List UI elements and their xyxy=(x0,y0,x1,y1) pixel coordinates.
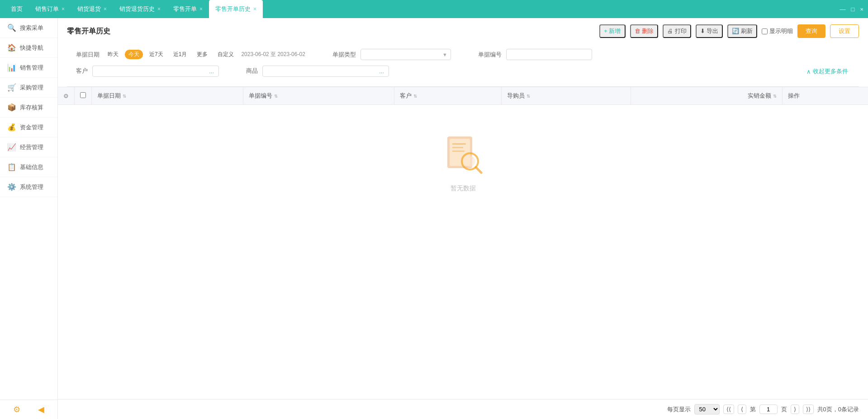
main-layout: 🔍 搜索采单 🏠 快捷导航 📊 销售管理 🛒 采购管理 📦 库存核算 💰 资金管… xyxy=(0,18,868,419)
export-button[interactable]: ⬇ 导出 xyxy=(696,24,723,38)
minimize-btn[interactable]: — xyxy=(840,6,846,13)
th-number[interactable]: 单据编号 ⇅ xyxy=(243,87,394,105)
goods-input-box[interactable]: ... xyxy=(262,66,389,77)
chevron-up-icon: ∧ xyxy=(806,68,811,75)
table-container: ⚙ 单据日期 ⇅ xyxy=(58,87,868,419)
sidebar-item-system[interactable]: ⚙️ 系统管理 xyxy=(0,177,57,197)
delete-button[interactable]: 🗑 删除 xyxy=(630,24,659,38)
date-opt-custom[interactable]: 自定义 xyxy=(214,50,237,59)
customer-ellipsis[interactable]: ... xyxy=(209,68,214,75)
number-input[interactable] xyxy=(506,49,592,60)
th-amount[interactable]: 实销金额 ⇅ xyxy=(631,87,782,105)
sales-icon: 📊 xyxy=(7,63,16,72)
tab-return-history[interactable]: 销货退货历史 × xyxy=(113,0,167,18)
collapse-icon[interactable]: ◀ xyxy=(38,405,44,414)
th-customer[interactable]: 客户 ⇅ xyxy=(394,87,502,105)
sidebar-item-basics[interactable]: 📋 基础信息 xyxy=(0,157,57,177)
number-label: 单据编号 xyxy=(478,51,502,59)
pagination-bar: 每页显示 50 10 20 100 ⟨⟨ ⟨ 第 1 页 ⟩ ⟩⟩ 共0页，0条… xyxy=(58,399,868,419)
first-page-btn[interactable]: ⟨⟨ xyxy=(723,405,734,414)
sidebar-item-purchase[interactable]: 🛒 采购管理 xyxy=(0,78,57,98)
sidebar: 🔍 搜索采单 🏠 快捷导航 📊 销售管理 🛒 采购管理 📦 库存核算 💰 资金管… xyxy=(0,18,58,419)
sidebar-item-nav[interactable]: 🏠 快捷导航 xyxy=(0,38,57,58)
operations-icon: 📈 xyxy=(7,143,16,151)
th-date[interactable]: 单据日期 ⇅ xyxy=(92,87,243,105)
tab-retail-open[interactable]: 零售开单 × xyxy=(167,0,209,18)
tab-close-sales-order[interactable]: × xyxy=(62,6,65,12)
sidebar-bottom: ⚙ ◀ xyxy=(0,400,57,419)
tab-close-return[interactable]: × xyxy=(104,6,107,12)
more-conditions-btn[interactable]: ∧ 收起更多条件 xyxy=(805,66,850,77)
date-filter-group: 单据日期 昨天 今天 近7天 近1月 更多 自定义 2023-06-02 至 2… xyxy=(76,50,305,59)
empty-illustration xyxy=(441,132,486,177)
date-opt-7days[interactable]: 近7天 xyxy=(146,50,167,59)
settings-bottom-icon[interactable]: ⚙ xyxy=(13,405,20,414)
date-opt-today[interactable]: 今天 xyxy=(125,50,143,59)
column-settings-icon[interactable]: ⚙ xyxy=(63,93,69,99)
sidebar-item-operations[interactable]: 📈 经营管理 xyxy=(0,137,57,157)
toolbar-btns: + 新增 🗑 删除 🖨 打印 ⬇ 导出 🔄 刷新 显示明细 查询 设置 xyxy=(599,24,859,38)
empty-state: 暂无数据 xyxy=(58,105,868,220)
tab-close-retail-history[interactable]: × xyxy=(253,6,256,12)
customer-filter-group: 客户 ... xyxy=(76,66,219,77)
date-opt-1month[interactable]: 近1月 xyxy=(170,50,191,59)
date-range-display: 2023-06-02 至 2023-06-02 xyxy=(241,51,305,58)
table-header: ⚙ 单据日期 ⇅ xyxy=(58,87,868,105)
top-tabbar: 首页 销售订单 × 销货退货 × 销货退货历史 × 零售开单 × 零售开单历史 … xyxy=(0,0,868,18)
display-toggle[interactable] xyxy=(762,28,768,34)
tab-retail-history[interactable]: 零售开单历史 × xyxy=(209,0,263,18)
customer-label: 客户 xyxy=(76,67,88,75)
tab-return[interactable]: 销货退货 × xyxy=(71,0,113,18)
customer-input-box[interactable]: ... xyxy=(92,66,219,77)
maximize-btn[interactable]: □ xyxy=(851,6,855,13)
svg-rect-4 xyxy=(452,151,465,152)
number-filter-group: 单据编号 xyxy=(478,49,592,60)
svg-rect-3 xyxy=(452,147,463,148)
inventory-icon: 📦 xyxy=(7,103,16,112)
prev-page-btn[interactable]: ⟨ xyxy=(738,405,746,414)
finance-icon: 💰 xyxy=(7,123,16,132)
guide-sort-icon: ⇅ xyxy=(526,94,530,99)
date-opt-more[interactable]: 更多 xyxy=(193,50,211,59)
tab-close-retail-open[interactable]: × xyxy=(199,6,203,12)
print-button[interactable]: 🖨 打印 xyxy=(663,24,691,38)
goods-label: 商品 xyxy=(246,67,258,75)
query-button[interactable]: 查询 xyxy=(797,24,825,38)
filter-area: 单据日期 昨天 今天 近7天 近1月 更多 自定义 2023-06-02 至 2… xyxy=(67,44,859,87)
sidebar-item-search[interactable]: 🔍 搜索采单 xyxy=(0,18,57,38)
display-toggle-label: 显示明细 xyxy=(762,27,793,35)
tab-close-return-history[interactable]: × xyxy=(157,6,161,12)
tab-sales-order[interactable]: 销售订单 × xyxy=(29,0,71,18)
more-conditions-wrapper: ∧ 收起更多条件 xyxy=(805,65,850,77)
last-page-btn[interactable]: ⟩⟩ xyxy=(803,405,814,414)
th-checkbox xyxy=(75,87,92,105)
content-area: 零售开单历史 + 新增 🗑 删除 🖨 打印 ⬇ 导出 🔄 刷新 显示明细 查询 … xyxy=(58,18,868,419)
goods-filter-group: 商品 ... xyxy=(246,66,389,77)
sidebar-item-sales[interactable]: 📊 销售管理 xyxy=(0,58,57,78)
page-label-pre: 第 xyxy=(750,405,756,414)
page-size-select[interactable]: 50 10 20 100 xyxy=(694,404,720,414)
filter-row-2: 客户 ... 商品 ... xyxy=(76,65,850,77)
add-button[interactable]: + 新增 xyxy=(599,24,625,38)
page-title: 零售开单历史 xyxy=(67,27,110,36)
type-select[interactable] xyxy=(360,49,451,60)
sidebar-item-inventory[interactable]: 📦 库存核算 xyxy=(0,98,57,118)
settings-button[interactable]: 设置 xyxy=(830,24,859,38)
empty-text: 暂无数据 xyxy=(451,184,476,193)
tab-home[interactable]: 首页 xyxy=(5,0,29,18)
total-text: 共0页，0条记录 xyxy=(817,405,859,414)
th-gear-cell: ⚙ xyxy=(58,87,75,105)
refresh-button[interactable]: 🔄 刷新 xyxy=(727,24,757,38)
filter-row-1: 单据日期 昨天 今天 近7天 近1月 更多 自定义 2023-06-02 至 2… xyxy=(76,49,850,60)
date-label: 单据日期 xyxy=(76,51,100,59)
goods-ellipsis[interactable]: ... xyxy=(379,68,384,75)
select-all-checkbox[interactable] xyxy=(80,92,86,98)
sidebar-item-finance[interactable]: 💰 资金管理 xyxy=(0,118,57,137)
basics-icon: 📋 xyxy=(7,163,16,171)
th-guide[interactable]: 导购员 ⇅ xyxy=(502,87,631,105)
current-page-input[interactable]: 1 xyxy=(759,405,778,414)
close-btn[interactable]: × xyxy=(860,6,863,13)
next-page-btn[interactable]: ⟩ xyxy=(791,405,799,414)
type-filter-group: 单据类型 ▼ xyxy=(332,49,451,60)
date-opt-yesterday[interactable]: 昨天 xyxy=(104,50,122,59)
